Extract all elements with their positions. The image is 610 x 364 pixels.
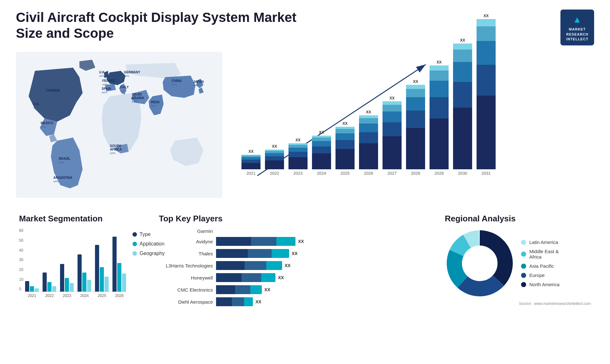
player-xx-avidyne: XX xyxy=(298,239,304,244)
player-bar-seg1 xyxy=(216,237,251,246)
seg-chart-wrapper: 0 10 20 30 40 50 60 xyxy=(19,228,146,298)
svg-text:BRAZIL: BRAZIL xyxy=(59,157,71,160)
svg-text:U.S.: U.S. xyxy=(33,102,40,106)
page-header: Civil Aircraft Cockpit Display System Ma… xyxy=(16,10,594,45)
seg-bar-group-2024 xyxy=(78,254,91,292)
page-title: Civil Aircraft Cockpit Display System Ma… xyxy=(16,10,302,42)
source-text: Source : www.marketresearchintellect.com xyxy=(445,301,591,306)
player-name-garmin: Garmin xyxy=(159,228,213,234)
svg-text:CHINA: CHINA xyxy=(172,79,182,83)
bottom-row: Market Segmentation 0 10 20 30 40 50 60 xyxy=(16,211,594,313)
player-name-diehl: Diehl Aerospace xyxy=(159,299,213,305)
legend-dot-apac xyxy=(521,264,526,269)
legend-latin-america: Latin America xyxy=(521,239,559,245)
bar-group-2022: XX 2022 xyxy=(265,144,284,176)
legend-asia-pacific: Asia Pacific xyxy=(521,263,559,269)
svg-text:xx%: xx% xyxy=(41,125,46,128)
bar-group-2026: XX 2026 xyxy=(359,110,378,176)
bar-group-2024: XX 2024 xyxy=(312,130,331,176)
world-map-svg: CANADA xx% U.S. xx% MEXICO xx% BRAZIL xx… xyxy=(16,52,222,198)
svg-text:CANADA: CANADA xyxy=(46,89,60,92)
legend-dot-latin xyxy=(521,240,526,245)
bar-group-2030: XX 2030 xyxy=(453,38,472,176)
player-xx-honeywell: XX xyxy=(278,275,284,280)
seg-y-axis: 0 10 20 30 40 50 60 xyxy=(19,228,23,292)
player-name-avidyne: Avidyne xyxy=(159,239,213,244)
svg-text:xx%: xx% xyxy=(120,89,125,92)
player-name-l3harris: L3Harris Technologies xyxy=(159,263,213,268)
player-xx-cmc: XX xyxy=(264,287,270,292)
svg-text:xx%: xx% xyxy=(46,92,52,96)
bar-group-2029: XX 2029 xyxy=(430,60,449,176)
stacked-bars-container: XX 2021 XX xyxy=(238,55,588,176)
bar-group-2031: XX 2031 xyxy=(477,14,496,176)
svg-text:xx%: xx% xyxy=(102,83,108,86)
player-row-honeywell: Honeywell XX xyxy=(159,273,432,282)
bar-group-2028: XX 2028 xyxy=(406,79,425,176)
bar-group-2027: XX 2027 xyxy=(383,96,402,176)
map-section: CANADA xx% U.S. xx% MEXICO xx% BRAZIL xx… xyxy=(16,52,226,204)
legend-dot-na xyxy=(521,282,526,287)
svg-text:xx%: xx% xyxy=(99,74,105,78)
segmentation-section: Market Segmentation 0 10 20 30 40 50 60 xyxy=(16,211,149,313)
donut-chart-svg xyxy=(445,228,515,298)
players-title: Top Key Players xyxy=(159,214,432,224)
svg-text:xx%: xx% xyxy=(172,83,177,86)
seg-x-axis: 2021 2022 2023 2024 2025 2026 xyxy=(25,293,126,298)
donut-area: Latin America Middle East &Africa Asia P… xyxy=(445,228,591,298)
svg-text:xx%: xx% xyxy=(110,152,115,155)
svg-point-40 xyxy=(462,246,497,281)
logo-area: ▲ MARKET RESEARCH INTELLECT xyxy=(560,10,594,45)
seg-bar-type xyxy=(25,281,29,292)
bar-group-2023: XX 2023 xyxy=(288,138,308,176)
legend-north-america: North America xyxy=(521,282,559,287)
svg-text:U.K.: U.K. xyxy=(99,71,105,74)
legend-dot-type xyxy=(132,232,137,237)
regional-title: Regional Analysis xyxy=(445,214,591,224)
seg-bar-geo xyxy=(35,288,39,292)
legend-dot-europe xyxy=(521,273,526,278)
svg-text:ARGENTINA: ARGENTINA xyxy=(53,176,72,179)
legend-mea: Middle East &Africa xyxy=(521,249,559,260)
svg-text:FRANCE: FRANCE xyxy=(102,79,116,83)
svg-text:AFRICA: AFRICA xyxy=(110,148,122,151)
player-name-cmc: CMC Electronics xyxy=(159,287,213,293)
bar-group-2021: XX 2021 xyxy=(241,149,261,176)
svg-text:MEXICO: MEXICO xyxy=(41,121,53,125)
regional-section: Regional Analysis xyxy=(442,211,594,313)
main-content: CANADA xx% U.S. xx% MEXICO xx% BRAZIL xx… xyxy=(16,52,594,313)
svg-text:xx%: xx% xyxy=(53,180,59,183)
seg-bar-group-2021 xyxy=(25,281,39,292)
player-row-thales: Thales XX xyxy=(159,249,432,258)
logo-text: MARKET RESEARCH INTELLECT xyxy=(566,27,588,42)
svg-text:INDIA: INDIA xyxy=(151,100,159,104)
legend-dot-app xyxy=(132,242,137,246)
player-row-garmin: Garmin xyxy=(159,228,432,234)
svg-text:SOUTH: SOUTH xyxy=(110,144,121,148)
svg-text:ARABIA: ARABIA xyxy=(132,96,144,100)
seg-bar-group-2023 xyxy=(60,264,74,292)
segmentation-title: Market Segmentation xyxy=(19,214,146,224)
legend-europe: Europe xyxy=(521,273,559,278)
svg-text:xx%: xx% xyxy=(102,91,107,94)
svg-text:SAUDI: SAUDI xyxy=(132,93,142,96)
regional-legend: Latin America Middle East &Africa Asia P… xyxy=(521,239,559,287)
seg-bar-group-2025 xyxy=(95,245,109,292)
seg-bar-app xyxy=(30,286,34,292)
player-row-cmc: CMC Electronics XX xyxy=(159,285,432,294)
player-bar-seg2 xyxy=(251,237,276,246)
svg-text:SPAIN: SPAIN xyxy=(102,87,111,91)
player-xx-diehl: XX xyxy=(255,299,261,304)
player-name-honeywell: Honeywell xyxy=(159,275,213,280)
player-row-diehl: Diehl Aerospace XX xyxy=(159,297,432,306)
players-section: Top Key Players Garmin Avidyne XX xyxy=(156,211,435,313)
svg-text:xx%: xx% xyxy=(33,106,39,109)
player-name-thales: Thales xyxy=(159,251,213,256)
svg-text:xx%: xx% xyxy=(132,100,137,103)
bar-chart-container: XX 2021 XX xyxy=(238,55,588,195)
logo-box: ▲ MARKET RESEARCH INTELLECT xyxy=(560,10,594,45)
seg-bar-group-2026 xyxy=(112,237,126,292)
svg-text:ITALY: ITALY xyxy=(120,85,129,89)
player-xx-thales: XX xyxy=(292,251,298,256)
svg-text:xx%: xx% xyxy=(193,84,199,87)
